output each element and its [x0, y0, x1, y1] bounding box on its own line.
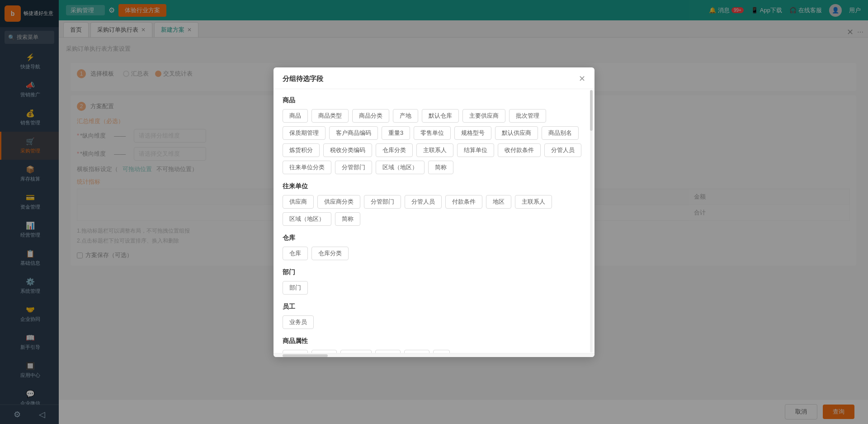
section-title-dept: 部门 [283, 268, 585, 276]
tag-batch-mgmt[interactable]: 批次管理 [509, 109, 546, 123]
modal-vscrollbar[interactable] [590, 90, 593, 353]
tag-region-product[interactable]: 区域（地区） [376, 161, 425, 174]
tag-area[interactable]: 地区 [486, 195, 511, 209]
tag-settlement-unit[interactable]: 结算单位 [457, 143, 494, 157]
main-content: 采购管理 ⚙ 体验行业方案 🔔 消息 99+ 📱 App下载 🎧 在线客服 [59, 0, 868, 424]
section-title-warehouse: 仓库 [283, 234, 585, 242]
tag-weight3[interactable]: 重量3 [382, 126, 410, 140]
tag-multi-spec[interactable]: 多规格 [340, 350, 372, 353]
section-title-employee: 员工 [283, 303, 585, 311]
field-section-partner: 往来单位 供应商 供应商分类 分管部门 分管人员 付款条件 地区 主联系人 区域… [283, 182, 585, 226]
tag-partner-category[interactable]: 往来单位分类 [283, 161, 331, 174]
tag-default-warehouse[interactable]: 默认仓库 [422, 109, 459, 123]
tag-customer-code[interactable]: 客户商品编码 [329, 126, 378, 140]
modal-overlay: 分组待选字段 ✕ 商品 商品 商品类型 商品分类 产地 默 [59, 38, 868, 424]
field-section-product: 商品 商品 商品类型 商品分类 产地 默认仓库 主要供应商 批次管理 保质期管理 [283, 96, 585, 174]
tag-short-name-partner[interactable]: 简称 [335, 212, 360, 226]
tag-refine-points[interactable]: 炼货积分 [283, 143, 320, 157]
tag-shoe-size[interactable]: 鞋码 [404, 350, 429, 353]
field-section-warehouse: 仓库 仓库 仓库分类 [283, 234, 585, 260]
tag-expiry-mgmt[interactable]: 保质期管理 [283, 126, 326, 140]
warehouse-tags: 仓库 仓库分类 [283, 247, 585, 260]
tag-tax-code[interactable]: 税收分类编码 [323, 143, 372, 157]
tag-person-partner[interactable]: 分管人员 [405, 195, 442, 209]
page-body: 采购订单执行表方案设置 1 选择模板 汇总表 [59, 38, 868, 424]
tag-warehouse-cat[interactable]: 仓库分类 [311, 247, 349, 260]
tag-spec-model[interactable]: 规格型号 [454, 126, 491, 140]
tag-retail-unit[interactable]: 零售单位 [414, 126, 451, 140]
partner-tags: 供应商 供应商分类 分管部门 分管人员 付款条件 地区 主联系人 区域（地区） … [283, 195, 585, 226]
field-section-dept: 部门 部门 [283, 268, 585, 295]
modal-title: 分组待选字段 [283, 75, 323, 83]
tag-origin[interactable]: 产地 [393, 109, 418, 123]
tag-region-partner[interactable]: 区域（地区） [283, 212, 331, 226]
section-title-partner: 往来单位 [283, 182, 585, 191]
modal-close-icon[interactable]: ✕ [579, 75, 585, 83]
dept-tags: 部门 [283, 281, 585, 295]
tag-product[interactable]: 商品 [283, 109, 308, 123]
modal-vscrollbar-thumb [590, 90, 593, 131]
field-section-employee: 员工 业务员 [283, 303, 585, 329]
tag-supplier-category[interactable]: 供应商分类 [317, 195, 360, 209]
tag-payment-terms[interactable]: 收付款条件 [498, 143, 541, 157]
tag-product-category[interactable]: 商品分类 [352, 109, 389, 123]
tag-main-contact[interactable]: 主联系人 [416, 143, 453, 157]
tag-color[interactable]: 颜色 [311, 350, 337, 353]
tag-dept[interactable]: 部门 [283, 281, 308, 295]
tag-product-alias[interactable]: 商品别名 [542, 126, 579, 140]
tag-attr-1[interactable]: 1 [433, 350, 450, 353]
tag-main-supplier[interactable]: 主要供应商 [462, 109, 505, 123]
tag-default-supplier[interactable]: 默认供应商 [495, 126, 538, 140]
tag-supplier[interactable]: 供应商 [283, 195, 314, 209]
section-title-product-attr: 商品属性 [283, 337, 585, 345]
tag-manager[interactable]: 分管人员 [544, 143, 581, 157]
tag-payment-cond[interactable]: 付款条件 [445, 195, 482, 209]
tag-dept-partner[interactable]: 分管部门 [364, 195, 401, 209]
modal-hscrollbar-thumb [283, 354, 328, 357]
modal-header: 分组待选字段 ✕ [274, 67, 594, 89]
modal-hscrollbar[interactable] [274, 353, 594, 357]
tag-main-contact-partner[interactable]: 主联系人 [515, 195, 552, 209]
tag-product-type[interactable]: 商品类型 [311, 109, 349, 123]
tag-short-name-product[interactable]: 简称 [428, 161, 453, 174]
tag-warehouse-category[interactable]: 仓库分类 [376, 143, 413, 157]
modal-body: 商品 商品 商品类型 商品分类 产地 默认仓库 主要供应商 批次管理 保质期管理 [274, 89, 594, 353]
employee-tags: 业务员 [283, 315, 585, 329]
tag-sales-rep[interactable]: 业务员 [283, 315, 314, 329]
product-attr-tags: 属性 颜色 多规格 尺码 鞋码 1 [283, 350, 585, 353]
section-title-product: 商品 [283, 96, 585, 105]
tag-warehouse[interactable]: 仓库 [283, 247, 308, 260]
tag-mgmt-dept[interactable]: 分管部门 [335, 161, 372, 174]
tag-attribute[interactable]: 属性 [283, 350, 308, 353]
product-tags: 商品 商品类型 商品分类 产地 默认仓库 主要供应商 批次管理 保质期管理 客户… [283, 109, 585, 174]
tag-size[interactable]: 尺码 [375, 350, 401, 353]
field-section-product-attr: 商品属性 属性 颜色 多规格 尺码 鞋码 1 [283, 337, 585, 353]
modal-dialog: 分组待选字段 ✕ 商品 商品 商品类型 商品分类 产地 默 [274, 67, 594, 357]
